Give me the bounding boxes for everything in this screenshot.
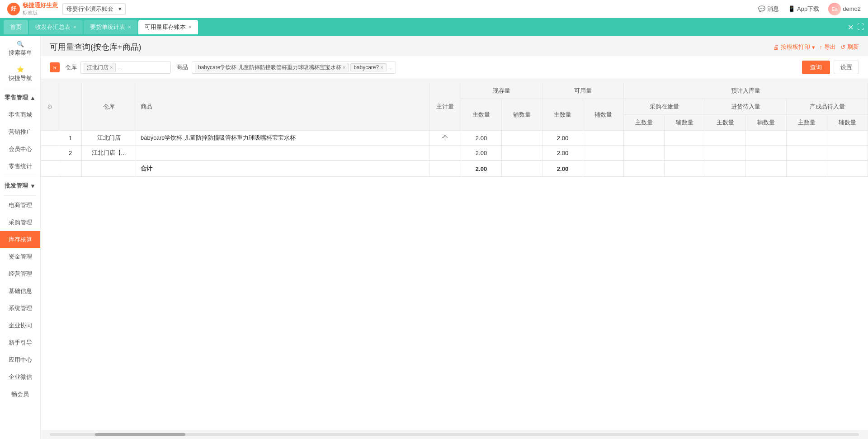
sidebar-retail-label: 零售管理 xyxy=(5,94,28,102)
product-tag-2-close[interactable]: × xyxy=(380,65,383,70)
query-btn[interactable]: 查询 xyxy=(802,61,830,74)
footer-purchase-main xyxy=(624,160,665,177)
table-container: ⚙ 仓库 商品 主计量 现存量 可用量 预计入库量 主数量 辅数量 主数量 xyxy=(41,83,868,430)
tab-available-stock[interactable]: 可用量库存账本 × xyxy=(138,20,198,34)
footer-production-sub xyxy=(827,160,868,177)
row1-production-main xyxy=(787,131,827,146)
logo-text: 畅捷通好生意 xyxy=(23,1,58,9)
row2-stock-sub xyxy=(502,146,542,161)
footer-label: 合计 xyxy=(136,160,429,177)
footer-warehouse xyxy=(82,160,136,177)
sidebar-divider-2 xyxy=(4,176,37,176)
sidebar-item-ecommerce[interactable]: 电商管理 xyxy=(0,197,40,214)
message-action[interactable]: 💬 消息 xyxy=(758,5,779,13)
sidebar-item-app-center[interactable]: 应用中心 xyxy=(0,351,40,368)
export-btn[interactable]: ↑ 导出 xyxy=(820,43,836,51)
sidebar-enterprise-collab-label: 企业协同 xyxy=(9,321,32,330)
footer-unit xyxy=(429,160,461,177)
row2-purchase-main xyxy=(624,146,665,161)
sidebar-top-section: 🔍 搜索菜单 ⭐ 快捷导航 xyxy=(0,36,40,87)
refresh-btn[interactable]: ↺ 刷新 xyxy=(840,43,859,51)
sidebar-item-search-menu[interactable]: 🔍 搜索菜单 xyxy=(0,36,40,61)
gear-settings-icon[interactable]: ⚙ xyxy=(47,103,53,110)
sidebar-search-label: 搜索菜单 xyxy=(9,49,32,57)
table-footer-row: 合计 2.00 2.00 xyxy=(41,160,868,177)
tab-receive-summary-close[interactable]: × xyxy=(73,24,76,30)
message-label: 消息 xyxy=(767,5,779,13)
sidebar: 🔍 搜索菜单 ⭐ 快捷导航 零售管理 ▲ 零售商城 营销推广 会员中心 xyxy=(0,36,41,439)
th-incoming: 进货待入量 xyxy=(705,99,787,115)
top-bar-left: 好 畅捷通好生意 标准版 母婴行业演示账套 ▾ xyxy=(7,1,126,16)
scroll-track[interactable] xyxy=(50,433,859,436)
close-all-tabs-icon[interactable]: ✕ xyxy=(848,23,854,32)
sidebar-item-new-guide[interactable]: 新手引导 xyxy=(0,334,40,351)
tab-available-stock-close[interactable]: × xyxy=(189,24,192,30)
th-available: 可用量 xyxy=(542,83,624,99)
app-download-action[interactable]: 📱 App下载 xyxy=(788,5,819,13)
industry-selector[interactable]: 母婴行业演示账套 ▾ xyxy=(62,3,126,15)
sidebar-item-retail-stats[interactable]: 零售统计 xyxy=(0,158,40,175)
warehouse-filter-label: 仓库 xyxy=(65,63,77,71)
product-more-btn[interactable]: ... xyxy=(388,64,393,71)
app-download-label: App下载 xyxy=(797,5,819,13)
th-warehouse: 仓库 xyxy=(82,83,136,131)
sidebar-item-system[interactable]: 系统管理 xyxy=(0,300,40,317)
th-purchase-sub: 辅数量 xyxy=(665,115,705,131)
product-filter-input[interactable]: babycare学饮杯 儿童防摔防撞吸管杯重力球吸嘴杯宝宝水杯 × babyca… xyxy=(192,61,396,74)
user-area[interactable]: Ea demo2 xyxy=(828,3,861,15)
star-icon: ⭐ xyxy=(17,66,24,73)
sidebar-item-operations[interactable]: 经营管理 xyxy=(0,265,40,283)
sidebar-retail-stats-label: 零售统计 xyxy=(9,162,32,170)
filter-expand-btn[interactable]: » xyxy=(50,62,60,72)
sidebar-item-inventory[interactable]: 库存核算 xyxy=(0,231,40,248)
row1-purchase-main xyxy=(624,131,665,146)
row1-incoming-main xyxy=(705,131,746,146)
warehouse-tag-close[interactable]: × xyxy=(110,65,113,70)
sidebar-item-member-center[interactable]: 会员中心 xyxy=(0,141,40,158)
sidebar-item-member[interactable]: 畅会员 xyxy=(0,386,40,403)
scroll-thumb[interactable] xyxy=(95,433,185,436)
product-tag-1-close[interactable]: × xyxy=(343,65,345,70)
sidebar-item-marketing[interactable]: 营销推广 xyxy=(0,123,40,141)
sidebar-item-enterprise-collab[interactable]: 企业协同 xyxy=(0,317,40,334)
tab-receive-summary[interactable]: 收发存汇总表 × xyxy=(29,20,83,34)
chevron-down-icon-wholesale: ▼ xyxy=(30,183,36,189)
avatar: Ea xyxy=(828,3,841,15)
sidebar-item-purchase[interactable]: 采购管理 xyxy=(0,214,40,231)
tab-order-stats[interactable]: 要货单统计表 × xyxy=(84,20,137,34)
sidebar-purchase-label: 采购管理 xyxy=(9,218,32,227)
tab-home[interactable]: 首页 xyxy=(4,20,28,34)
sidebar-operations-label: 经营管理 xyxy=(9,270,32,278)
sidebar-item-retail-mgmt[interactable]: 零售管理 ▲ xyxy=(0,89,40,106)
industry-label: 母婴行业演示账套 xyxy=(66,5,113,13)
sidebar-item-finance[interactable]: 资金管理 xyxy=(0,248,40,265)
message-icon: 💬 xyxy=(758,5,765,12)
sidebar-item-quick-nav[interactable]: ⭐ 快捷导航 xyxy=(0,61,40,87)
sidebar-member-item-label: 畅会员 xyxy=(11,390,29,398)
top-bar: 好 畅捷通好生意 标准版 母婴行业演示账套 ▾ 💬 消息 📱 App下载 Ea … xyxy=(0,0,868,18)
sidebar-inventory-label: 库存核算 xyxy=(9,236,32,244)
footer-incoming-sub xyxy=(746,160,787,177)
sidebar-item-basic-info[interactable]: 基础信息 xyxy=(0,283,40,300)
sidebar-item-retail-mall[interactable]: 零售商城 xyxy=(0,106,40,123)
export-icon: ↑ xyxy=(820,44,823,51)
sidebar-item-wholesale-mgmt[interactable]: 批发管理 ▼ xyxy=(0,177,40,194)
template-print-btn[interactable]: 🖨 按模板打印 ▾ xyxy=(773,43,815,51)
row2-production-main xyxy=(787,146,827,161)
filter-warehouse-group: 仓库 江北门店 × ... xyxy=(65,61,171,74)
sidebar-finance-label: 资金管理 xyxy=(9,253,32,261)
tab-order-stats-close[interactable]: × xyxy=(128,24,131,30)
warehouse-more-btn[interactable]: ... xyxy=(118,64,122,71)
row1-product: babycare学饮杯 儿童防摔防撞吸管杯重力球吸嘴杯宝宝水杯 xyxy=(136,131,429,146)
fullscreen-icon[interactable]: ⛶ xyxy=(857,23,864,31)
settings-btn[interactable]: 设置 xyxy=(834,61,859,74)
row1-unit: 个 xyxy=(429,131,461,146)
sidebar-item-enterprise-wechat[interactable]: 企业微信 xyxy=(0,368,40,386)
th-expected-in: 预计入库量 xyxy=(624,83,868,99)
warehouse-filter-input[interactable]: 江北门店 × ... xyxy=(80,61,171,74)
row1-stock-sub xyxy=(502,131,542,146)
row2-avail-main: 2.00 xyxy=(542,146,583,161)
th-gear: ⚙ xyxy=(41,83,59,131)
logo-texts: 畅捷通好生意 标准版 xyxy=(23,1,58,16)
sidebar-divider-1 xyxy=(4,88,37,88)
